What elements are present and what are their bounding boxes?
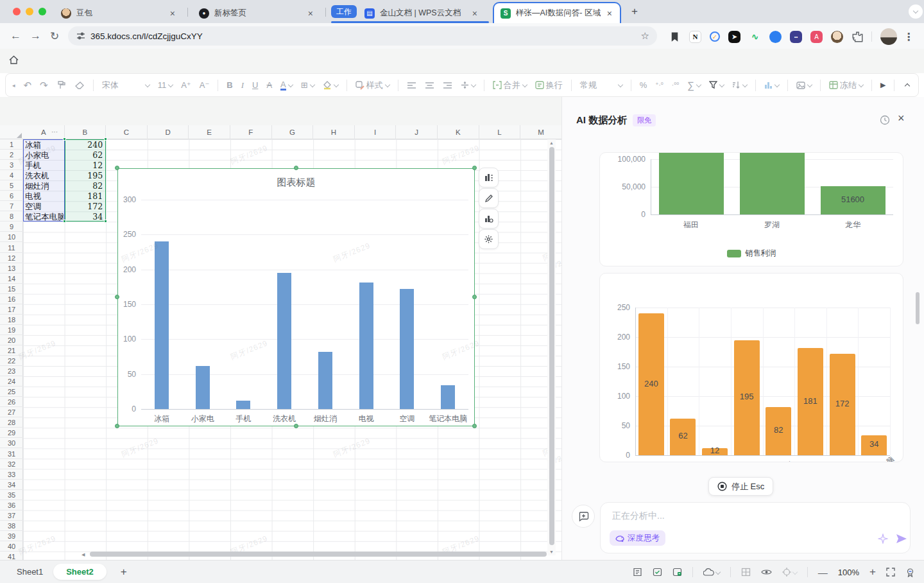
row-header-40[interactable]: 40 xyxy=(0,541,23,552)
row-header-22[interactable]: 22 xyxy=(0,356,23,366)
row-header-8[interactable]: 8 xyxy=(0,211,23,222)
browser-tab-newtab[interactable]: ● 新标签页 × xyxy=(193,3,321,23)
row-header-13[interactable]: 13 xyxy=(0,263,23,274)
merge-cells-button[interactable]: 合并 xyxy=(493,80,527,91)
outline-view-icon[interactable] xyxy=(633,568,642,577)
ai-prompt-input-card[interactable]: 深度思考 xyxy=(600,502,911,553)
browser-profile-avatar[interactable] xyxy=(880,28,897,45)
globe-extension-icon[interactable] xyxy=(769,31,782,43)
vertical-align-icon[interactable] xyxy=(461,81,475,89)
row-header-41[interactable]: 41 xyxy=(0,552,23,560)
column-header-I[interactable]: I xyxy=(355,125,397,139)
align-right-icon[interactable] xyxy=(443,82,452,89)
panel-scrollbar-thumb[interactable] xyxy=(916,292,920,324)
dark-extension-icon[interactable]: •• xyxy=(790,31,802,43)
deep-think-toggle[interactable]: 深度思考 xyxy=(610,530,665,546)
row-header-12[interactable]: 12 xyxy=(0,253,23,263)
bookmark-star-icon[interactable]: ☆ xyxy=(641,30,649,42)
row-header-21[interactable]: 21 xyxy=(0,345,23,356)
increase-font-icon[interactable]: A⁺ xyxy=(181,80,191,90)
percent-icon[interactable]: % xyxy=(640,80,647,90)
align-center-icon[interactable] xyxy=(425,82,434,89)
wrap-text-button[interactable]: 换行 xyxy=(535,80,563,91)
row-header-35[interactable]: 35 xyxy=(0,490,23,500)
row-header-37[interactable]: 37 xyxy=(0,510,23,521)
row-header-24[interactable]: 24 xyxy=(0,376,23,387)
spreadsheet-area[interactable]: ABCDEFGHIJKLM··· 12345678910111213141516… xyxy=(0,125,561,560)
increase-decimal-icon[interactable]: ⁺·⁰ xyxy=(655,82,663,89)
chart-resize-handle[interactable] xyxy=(294,424,298,428)
toolbar-collapse-left-icon[interactable]: ◂ xyxy=(12,82,15,89)
macos-close-button[interactable] xyxy=(13,8,21,15)
range-handle[interactable] xyxy=(104,220,107,223)
scroll-down-arrow[interactable]: ▼ xyxy=(549,550,554,554)
zoom-level[interactable]: 100% xyxy=(838,568,859,577)
back-button[interactable]: ← xyxy=(10,30,21,42)
row-header-19[interactable]: 19 xyxy=(0,325,23,335)
sheet-tab-sheet2[interactable]: Sheet2 xyxy=(53,564,107,580)
redo-icon[interactable]: ↷ xyxy=(40,80,48,91)
vertical-scrollbar[interactable]: ▲▼ xyxy=(547,139,556,555)
browser-tab-kdocs-home[interactable]: ▤ 金山文档 | WPS云文档 × xyxy=(358,3,485,23)
row-header-26[interactable]: 26 xyxy=(0,397,23,407)
row-header-9[interactable]: 9 xyxy=(0,222,23,232)
row-header-29[interactable]: 29 xyxy=(0,428,23,438)
home-icon[interactable] xyxy=(8,55,19,65)
chart-resize-handle[interactable] xyxy=(472,166,477,170)
row-header-3[interactable]: 3 xyxy=(0,160,23,170)
row-header-38[interactable]: 38 xyxy=(0,521,23,531)
number-format-select[interactable]: 常规 xyxy=(580,80,622,91)
scroll-up-arrow[interactable]: ▲ xyxy=(549,141,554,145)
column-header-D[interactable]: D xyxy=(148,125,189,139)
site-settings-icon[interactable] xyxy=(76,31,85,40)
freeze-panes-button[interactable]: 冻结 xyxy=(829,80,863,91)
insert-chart-icon[interactable] xyxy=(764,81,779,89)
row-header-10[interactable]: 10 xyxy=(0,232,23,242)
column-header-L[interactable]: L xyxy=(479,125,521,139)
font-color-icon[interactable]: A xyxy=(280,80,293,91)
url-text[interactable]: 365.kdocs.cn/l/cdZcjjguCxYY xyxy=(90,31,203,41)
column-headers[interactable]: ABCDEFGHIJKLM··· xyxy=(0,125,561,139)
new-chat-button[interactable] xyxy=(572,505,595,528)
toolbar-more-icon[interactable]: ▶ xyxy=(880,81,886,89)
chart-type-button[interactable] xyxy=(479,168,499,187)
column-header-G[interactable]: G xyxy=(272,125,314,139)
extensions-puzzle-icon[interactable] xyxy=(851,31,864,43)
chart-resize-handle[interactable] xyxy=(115,424,119,428)
protected-doc-icon[interactable] xyxy=(672,568,682,577)
column-header-H[interactable]: H xyxy=(313,125,355,139)
filter-icon[interactable] xyxy=(709,81,724,89)
column-header-B[interactable]: B xyxy=(65,125,107,139)
cell-style-button[interactable]: 样式 xyxy=(355,80,389,91)
achievement-medal-icon[interactable] xyxy=(905,568,915,577)
autosum-icon[interactable]: ∑ xyxy=(687,80,701,91)
chart-resize-handle[interactable] xyxy=(472,424,477,428)
green-extension-icon[interactable]: ∿ xyxy=(749,31,761,43)
browser-tab-doubao[interactable]: 豆包 × xyxy=(55,3,183,23)
row-header-31[interactable]: 31 xyxy=(0,449,23,459)
chart-resize-handle[interactable] xyxy=(294,166,298,170)
borders-icon[interactable]: ⊞ xyxy=(301,80,314,90)
format-painter-icon[interactable] xyxy=(56,80,66,90)
sparkle-icon[interactable] xyxy=(878,534,888,544)
send-icon[interactable] xyxy=(896,534,907,544)
scroll-left-arrow[interactable]: ◀ xyxy=(81,552,85,557)
column-header-E[interactable]: E xyxy=(189,125,230,139)
column-header-M[interactable]: M xyxy=(520,125,561,139)
row-header-15[interactable]: 15 xyxy=(0,284,23,294)
add-sheet-button[interactable]: + xyxy=(121,566,127,579)
row-header-23[interactable]: 23 xyxy=(0,366,23,376)
tab-close-icon[interactable]: × xyxy=(606,9,613,18)
row-header-18[interactable]: 18 xyxy=(0,315,23,325)
align-left-icon[interactable] xyxy=(407,82,416,89)
row-header-27[interactable]: 27 xyxy=(0,407,23,417)
column-header-C[interactable]: C xyxy=(106,125,148,139)
address-bar[interactable]: 365.kdocs.cn/l/cdZcjjguCxYY ☆ xyxy=(68,26,657,46)
task-check-icon[interactable] xyxy=(653,568,662,577)
chrome-menu-icon[interactable]: ⋮ xyxy=(903,31,914,43)
send-extension-icon[interactable]: ➤ xyxy=(728,31,740,43)
range-handle[interactable] xyxy=(63,220,66,223)
font-size-select[interactable]: 11 xyxy=(158,80,173,90)
decrease-font-icon[interactable]: A⁻ xyxy=(200,80,210,90)
tab-search-button[interactable] xyxy=(909,4,923,19)
